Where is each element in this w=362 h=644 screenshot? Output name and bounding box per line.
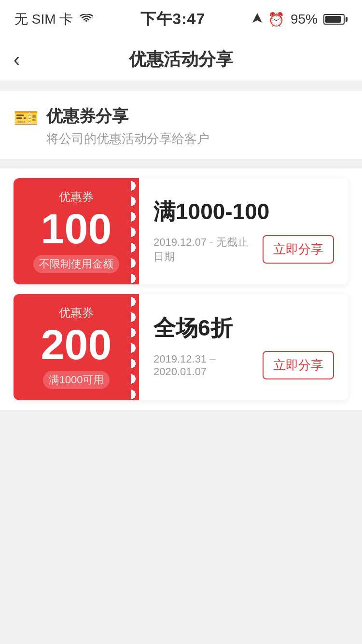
- section-text-block: 优惠券分享 将公司的优惠活动分享给客户: [46, 105, 209, 147]
- status-right: ⏰ 95%: [252, 12, 348, 28]
- coupon-card-1: 优惠券 100 不限制使用金额 满1000-100 2019.12.07 - 无…: [14, 178, 348, 284]
- carrier-label: 无 SIM 卡: [14, 10, 73, 28]
- coupon-label-2: 优惠券: [59, 305, 94, 321]
- nav-bar: ‹ 优惠活动分享: [0, 39, 362, 81]
- battery-percent: 95%: [291, 12, 318, 27]
- status-time: 下午3:47: [140, 9, 205, 30]
- coupon-left-1: 优惠券 100 不限制使用金额: [14, 178, 139, 284]
- alarm-icon: ⏰: [268, 12, 285, 28]
- coupon-condition-2: 满1000可用: [43, 371, 110, 389]
- coupon-date-2: 2019.12.31 – 2020.01.07: [153, 353, 255, 378]
- coupon-meta-1: 2019.12.07 - 无截止日期 立即分享: [153, 235, 334, 264]
- coupon-name-2: 全场6折: [153, 315, 334, 341]
- coupon-left-2: 优惠券 200 满1000可用: [14, 294, 139, 400]
- status-bar: 无 SIM 卡 下午3:47 ⏰ 95%: [0, 0, 362, 39]
- section-header: 🎫 优惠券分享 将公司的优惠活动分享给客户: [0, 91, 362, 159]
- wifi-icon: [80, 12, 93, 27]
- coupon-share-btn-2[interactable]: 立即分享: [263, 351, 334, 379]
- page-title: 优惠活动分享: [129, 48, 233, 71]
- coupon-share-btn-1[interactable]: 立即分享: [263, 235, 334, 264]
- coupon-date-1: 2019.12.07 - 无截止日期: [153, 235, 255, 264]
- location-icon: [252, 12, 262, 27]
- coupon-right-2: 全场6折 2019.12.31 – 2020.01.07 立即分享: [139, 294, 348, 400]
- coupon-amount-1: 100: [41, 208, 112, 250]
- coupon-meta-2: 2019.12.31 – 2020.01.07 立即分享: [153, 351, 334, 379]
- status-left: 无 SIM 卡: [14, 10, 93, 28]
- back-button[interactable]: ‹: [14, 49, 20, 70]
- section-subtitle: 将公司的优惠活动分享给客户: [46, 130, 209, 147]
- coupon-condition-1: 不限制使用金额: [33, 255, 119, 273]
- section-title: 优惠券分享: [46, 105, 209, 127]
- battery-icon: [323, 14, 348, 25]
- coupon-right-1: 满1000-100 2019.12.07 - 无截止日期 立即分享: [139, 178, 348, 284]
- coupon-card-2: 优惠券 200 满1000可用 全场6折 2019.12.31 – 2020.0…: [14, 294, 348, 400]
- coupon-name-1: 满1000-100: [153, 198, 334, 225]
- coupon-amount-2: 200: [41, 323, 112, 366]
- coupon-label-1: 优惠券: [59, 189, 94, 205]
- coupon-list: 优惠券 100 不限制使用金额 满1000-100 2019.12.07 - 无…: [0, 168, 362, 410]
- coupon-share-icon: 🎫: [14, 105, 39, 130]
